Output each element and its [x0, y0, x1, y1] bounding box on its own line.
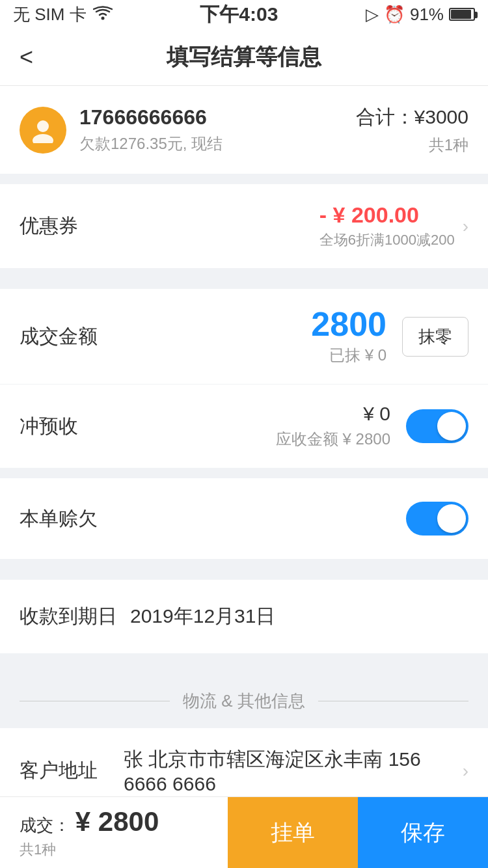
address-label: 客户地址: [20, 757, 98, 784]
bottom-deal-line: 成交： ¥ 2800: [20, 806, 208, 837]
avatar: [20, 107, 66, 154]
separator-3: [0, 569, 488, 580]
bottom-count: 共1种: [20, 840, 208, 860]
logistics-header: 物流 & 其他信息: [0, 674, 488, 728]
alarm-icon: ⏰: [384, 5, 405, 25]
customer-card: 17666666666 欠款1276.35元, 现结 合计：¥3000 共1种: [0, 86, 488, 174]
separator-1: [0, 278, 488, 289]
deal-amount-label: 成交金额: [20, 323, 98, 350]
battery-percent: 91%: [410, 5, 444, 25]
bottom-bar: 成交： ¥ 2800 共1种 挂单 保存: [0, 796, 488, 868]
debt-label: 本单赊欠: [20, 506, 98, 532]
due-date-row: 收款到期日 2019年12月31日: [0, 580, 488, 653]
hold-button[interactable]: 挂单: [228, 797, 358, 869]
coupon-amount: - ¥ 200.00: [319, 202, 455, 228]
deal-amount-value: 2800: [311, 307, 386, 341]
deal-amount-row: 成交金额 2800 已抹 ¥ 0 抹零: [0, 289, 488, 384]
prepay-amount-wrap: ¥ 0 应收金额 ¥ 2800: [276, 403, 390, 450]
status-time: 下午4:03: [200, 1, 278, 28]
deal-amount-wrap: 2800 已抹 ¥ 0: [311, 307, 386, 366]
deal-right: 2800 已抹 ¥ 0 抹零: [311, 307, 468, 366]
coupon-label: 优惠券: [20, 213, 78, 239]
prepay-amount: ¥ 0: [276, 403, 390, 425]
debt-row: 本单赊欠: [0, 478, 488, 559]
bottom-deal-label: 成交：: [20, 815, 70, 835]
customer-info: 17666666666 欠款1276.35元, 现结: [79, 105, 223, 154]
logistics-divider-left: [20, 701, 170, 701]
total-count: 共1种: [356, 135, 468, 156]
wifi-icon: [93, 5, 113, 25]
separator-4: [0, 664, 488, 674]
prepay-right: ¥ 0 应收金额 ¥ 2800: [276, 403, 468, 450]
prepay-toggle[interactable]: [406, 409, 468, 443]
prepay-label: 冲预收: [20, 413, 78, 440]
deal-amount-sub: 已抹 ¥ 0: [311, 345, 386, 366]
deal-section: 成交金额 2800 已抹 ¥ 0 抹零 冲预收 ¥ 0 应收金额 ¥ 2800: [0, 289, 488, 468]
carrier-text: 无 SIM 卡: [13, 3, 87, 26]
coupon-row[interactable]: 优惠券 - ¥ 200.00 全场6折满1000减200 ›: [0, 184, 488, 268]
total-amount: 合计：¥3000: [356, 104, 468, 131]
location-icon: ▷: [366, 5, 379, 25]
prepay-row: 冲预收 ¥ 0 应收金额 ¥ 2800: [0, 384, 488, 468]
status-right: ▷ ⏰ 91%: [366, 5, 475, 25]
svg-point-2: [33, 134, 53, 143]
customer-sub-text: 欠款1276.35元, 现结: [79, 133, 223, 154]
bottom-summary: 成交： ¥ 2800 共1种: [0, 806, 228, 860]
status-left: 无 SIM 卡: [13, 3, 113, 26]
round-button[interactable]: 抹零: [402, 317, 468, 357]
nav-bar: < 填写结算等信息: [0, 29, 488, 86]
separator-2: [0, 468, 488, 478]
battery-icon: [449, 8, 475, 21]
chevron-right-icon: ›: [463, 216, 468, 237]
customer-phone: 17666666666: [79, 105, 223, 129]
svg-point-1: [37, 120, 49, 132]
coupon-right: - ¥ 200.00 全场6折满1000减200 ›: [319, 202, 468, 250]
status-bar: 无 SIM 卡 下午4:03 ▷ ⏰ 91%: [0, 0, 488, 29]
save-button[interactable]: 保存: [358, 797, 488, 869]
prepay-sub: 应收金额 ¥ 2800: [276, 429, 390, 450]
toggle-knob: [437, 412, 466, 441]
logistics-label: 物流 & 其他信息: [183, 690, 305, 712]
due-date-label: 收款到期日: [20, 603, 117, 630]
customer-right: 合计：¥3000 共1种: [356, 104, 468, 156]
page-title: 填写结算等信息: [167, 42, 321, 72]
back-button[interactable]: <: [20, 44, 33, 71]
coupon-desc: 全场6折满1000减200: [319, 230, 455, 250]
debt-toggle-knob: [437, 504, 466, 533]
svg-point-0: [101, 16, 104, 20]
main-content: 17666666666 欠款1276.35元, 现结 合计：¥3000 共1种 …: [0, 86, 488, 868]
bottom-deal-amount: ¥ 2800: [75, 806, 159, 837]
address-chevron-icon: ›: [463, 761, 468, 781]
logistics-divider-right: [318, 701, 468, 701]
due-date-value: 2019年12月31日: [130, 603, 275, 630]
address-value: 张 北京市市辖区海淀区永丰南 156 6666 6666: [111, 746, 450, 795]
debt-toggle[interactable]: [406, 502, 468, 536]
customer-left: 17666666666 欠款1276.35元, 现结: [20, 105, 223, 154]
